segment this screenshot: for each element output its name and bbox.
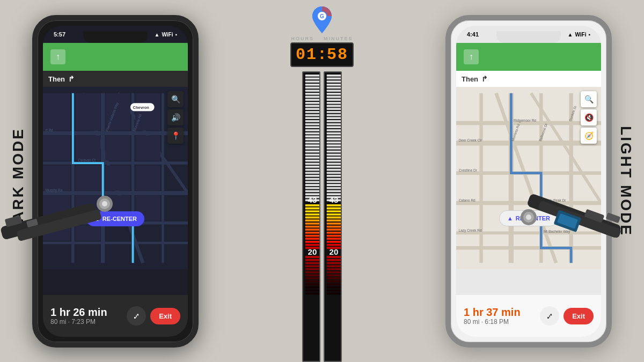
svg-rect-25 <box>43 196 70 221</box>
svg-rect-51 <box>305 102 319 104</box>
phone-left-nav-header: ↑ <box>43 43 188 71</box>
svg-rect-52 <box>305 105 319 107</box>
svg-rect-161 <box>327 213 341 216</box>
svg-rect-49 <box>305 96 319 98</box>
layer-btn-left[interactable]: 📍 <box>167 128 184 144</box>
timer-minutes: 58 <box>327 46 348 64</box>
svg-text:20: 20 <box>308 247 317 256</box>
search-btn-left[interactable]: 🔍 <box>167 91 184 107</box>
nav-info-left: 1 hr 26 min 80 mi · 7:23 PM <box>50 306 107 326</box>
svg-rect-159 <box>327 208 341 210</box>
nav-up-arrow-left: ↑ <box>50 49 65 64</box>
svg-rect-101 <box>305 256 319 258</box>
svg-rect-164 <box>327 223 341 225</box>
phone-right-then-banner: Then ↱ <box>456 71 601 87</box>
turn-arrow-right: ↱ <box>481 75 488 83</box>
svg-rect-117 <box>327 80 341 83</box>
svg-rect-76 <box>305 178 319 180</box>
svg-rect-109 <box>305 280 319 283</box>
svg-rect-60 <box>305 129 319 131</box>
nav-time-left: 1 hr 26 min <box>50 306 107 318</box>
recenter-icon-left: ▲ <box>94 216 100 222</box>
svg-rect-130 <box>327 120 341 122</box>
svg-rect-85 <box>305 204 319 206</box>
svg-rect-137 <box>327 142 341 144</box>
svg-rect-66 <box>305 147 319 150</box>
svg-text:Lazy Creek Rd: Lazy Creek Rd <box>459 228 482 233</box>
svg-rect-90 <box>305 219 319 221</box>
nav-up-arrow-right: ↑ <box>464 49 479 64</box>
svg-rect-165 <box>327 226 341 228</box>
svg-rect-88 <box>305 213 319 216</box>
svg-rect-78 <box>305 184 319 186</box>
svg-rect-45 <box>305 84 319 86</box>
nav-icon-right[interactable]: ⑇ <box>540 306 559 326</box>
phone-right-nav-bottom: 1 hr 37 min 80 mi · 6:18 PM ⑇ Exit <box>456 295 601 337</box>
svg-rect-168 <box>327 235 341 237</box>
svg-rect-44 <box>305 80 319 83</box>
svg-rect-110 <box>305 283 319 285</box>
svg-rect-112 <box>305 290 319 292</box>
audio-btn-left[interactable]: 🔊 <box>167 109 184 125</box>
svg-rect-129 <box>327 117 341 119</box>
svg-rect-91 <box>305 223 319 225</box>
svg-rect-55 <box>305 114 319 116</box>
svg-rect-54 <box>305 111 319 113</box>
exit-btn-left[interactable]: Exit <box>150 308 180 324</box>
svg-rect-113 <box>305 292 319 294</box>
svg-text:43: 43 <box>330 195 339 204</box>
svg-text:43: 43 <box>308 195 317 204</box>
svg-rect-70 <box>305 160 319 162</box>
svg-rect-56 <box>305 117 319 119</box>
exit-btn-right[interactable]: Exit <box>564 308 594 324</box>
phone-right-map[interactable]: Ridgemoor Rd Deer Creek Cir Crestline Dr… <box>456 87 601 269</box>
svg-rect-50 <box>305 99 319 101</box>
svg-rect-53 <box>305 108 319 110</box>
nav-icon-left[interactable]: ⑇ <box>127 306 146 326</box>
svg-rect-124 <box>327 102 341 104</box>
svg-rect-138 <box>327 144 341 146</box>
svg-rect-115 <box>327 75 341 77</box>
svg-rect-169 <box>327 238 341 240</box>
compass-btn-right[interactable]: 🧭 <box>581 128 597 144</box>
phone-left: 5:57 ▲ WiFi ▪ ↑ Then ↱ <box>32 15 199 348</box>
svg-rect-19 <box>105 136 130 161</box>
svg-rect-144 <box>327 162 341 165</box>
recenter-btn-left[interactable]: ▲ RE-CENTER <box>86 211 144 226</box>
phone-right: 4:41 ▲ WiFi ▪ ↑ Then ↱ <box>445 15 612 348</box>
nav-actions-right: ⑇ Exit <box>540 306 594 326</box>
svg-text:Catano Rd: Catano Rd <box>459 198 475 202</box>
svg-text:20: 20 <box>330 247 339 256</box>
audio-btn-right[interactable]: 🔇 <box>581 109 597 125</box>
svg-rect-142 <box>327 157 341 159</box>
svg-rect-160 <box>327 210 341 212</box>
battery-icon: ▪ <box>175 32 177 38</box>
svg-rect-63 <box>305 138 319 141</box>
timer-hours: 01 <box>296 46 317 64</box>
then-label-left: Then <box>48 75 65 83</box>
phone-left-map[interactable]: rt Rd Caravan Ct Murphy Ra La Piedra Rd … <box>43 87 188 269</box>
svg-rect-108 <box>305 277 319 279</box>
svg-rect-16 <box>135 93 160 131</box>
svg-rect-111 <box>305 286 319 289</box>
recenter-icon-right: ▲ <box>507 215 513 221</box>
svg-rect-80 <box>305 190 319 192</box>
svg-rect-77 <box>305 181 319 183</box>
battery-bar-left: 43 <box>302 71 320 362</box>
svg-rect-119 <box>327 87 341 89</box>
svg-rect-134 <box>327 132 341 135</box>
recenter-btn-right[interactable]: ▲ RE-CENTER <box>499 210 558 226</box>
nav-actions-left: ⑇ Exit <box>127 306 180 326</box>
svg-rect-68 <box>305 153 319 156</box>
phone-right-shell: 4:41 ▲ WiFi ▪ ↑ Then ↱ <box>445 15 612 348</box>
then-label-right: Then <box>462 75 478 83</box>
svg-rect-178 <box>327 268 341 270</box>
search-btn-right[interactable]: 🔍 <box>581 91 597 107</box>
svg-rect-102 <box>305 259 319 261</box>
map-controls-right: 🔍 🔇 🧭 <box>581 91 597 144</box>
svg-text:Baldy Peak Dr: Baldy Peak Dr <box>544 198 566 203</box>
phone-right-time: 4:41 <box>467 31 479 38</box>
battery-stripes-right: 43 20 <box>326 73 342 297</box>
svg-text:Crestline Dr: Crestline Dr <box>459 168 478 172</box>
svg-rect-65 <box>305 144 319 146</box>
